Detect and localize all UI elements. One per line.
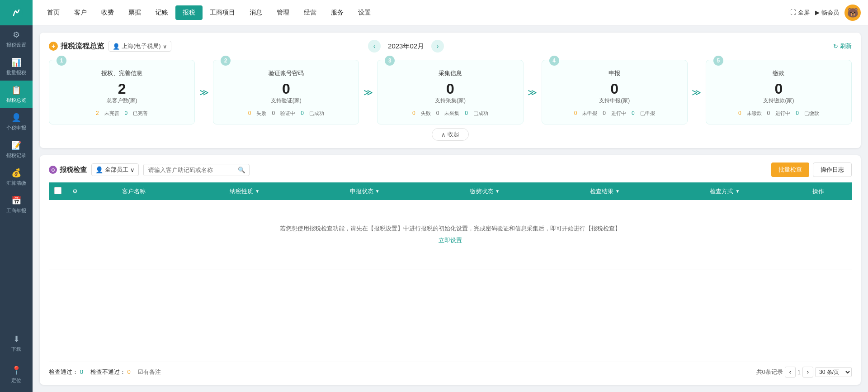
step-3-stat-0[interactable]: 0 — [412, 110, 415, 117]
sidebar-item-label: 汇算清缴 — [6, 180, 26, 186]
batch-check-button[interactable]: 批量检查 — [771, 163, 809, 177]
step-2-name: 验证账号密码 — [269, 69, 304, 77]
step-5-name: 缴款 — [773, 69, 784, 77]
search-button[interactable]: 🔍 — [234, 164, 249, 176]
filter-icon-result[interactable]: ▼ — [615, 189, 620, 194]
nav-bookkeeping[interactable]: 记账 — [148, 0, 175, 25]
step-5-stat-0-label: 未缴款 — [747, 110, 762, 117]
nav-right: ⛶ 全屏 ▶ 畅会员 🐻 — [790, 5, 861, 21]
nav-messages[interactable]: 消息 — [242, 0, 269, 25]
th-check-method: 检查方式 ▼ — [665, 182, 785, 200]
step-5-stat-0[interactable]: 0 — [738, 110, 741, 117]
staff-selector[interactable]: 👤 全部员工 ∨ — [91, 163, 139, 176]
step-4-stat-1: 0 — [603, 110, 606, 117]
step-2-stat-0-label: 失败 — [256, 110, 266, 117]
select-all-checkbox[interactable] — [54, 187, 61, 194]
collapse-up-icon: ∧ — [441, 131, 446, 138]
step-5-stat-2: 0 — [796, 110, 799, 117]
step-2-number: 2 — [221, 56, 231, 66]
nav-services[interactable]: 服务 — [324, 0, 351, 25]
fullscreen-icon: ⛶ — [790, 9, 796, 16]
check-pass-link[interactable]: 0 — [80, 368, 83, 375]
staff-icon: 👤 — [95, 166, 103, 173]
step-4-stat-1-label: 进行中 — [611, 110, 626, 117]
th-check-result: 检查结果 ▼ — [545, 182, 665, 200]
setup-link[interactable]: 立即设置 — [439, 237, 462, 244]
th-pay-status: 缴费状态 ▼ — [425, 182, 545, 200]
current-month: 2023年02月 — [388, 42, 424, 51]
step-3-stats: 0 失败 0 未采集 0 已成功 — [412, 110, 488, 117]
step-5-count: 0 — [775, 81, 783, 97]
page-size-select[interactable]: 30 条/页 50 条/页 100 条/页 — [815, 367, 852, 377]
sidebar-item-tax-records[interactable]: 📝 报税记录 — [0, 136, 33, 163]
nav-clients[interactable]: 客户 — [67, 0, 94, 25]
collapse-btn[interactable]: ∧ 收起 — [432, 128, 469, 141]
search-input[interactable] — [144, 164, 234, 176]
nav-management[interactable]: 管理 — [269, 0, 297, 25]
annual-report-icon: 📅 — [11, 196, 21, 206]
filter-icon-tax-type[interactable]: ▼ — [255, 189, 259, 194]
check-header: ⊙ 报税检查 👤 全部员工 ∨ 🔍 批量检查 操作日志 — [49, 163, 852, 177]
next-page-btn[interactable]: › — [802, 367, 813, 378]
step-1-name: 授权、完善信息 — [101, 69, 142, 77]
check-pass: 检查通过： 0 — [49, 368, 83, 376]
empty-state: 若您想使用报税检查功能，请先在【报税设置】中进行报税的初始化设置，完成密码验证和… — [54, 205, 846, 264]
nav-invoices[interactable]: 票据 — [121, 0, 148, 25]
month-navigation: ‹ 2023年02月 › — [368, 40, 444, 53]
nav-tax[interactable]: 报税 — [175, 5, 203, 20]
check-fail: 检查不通过： 0 — [90, 368, 131, 376]
staff-chevron-icon: ∨ — [130, 167, 135, 173]
nav-fees[interactable]: 收费 — [94, 0, 121, 25]
next-month-btn[interactable]: › — [431, 40, 444, 53]
table-footer: 检查通过： 0 检查不通过： 0 ☑有备注 共0条记录 ‹ 1 › 30 条/页… — [49, 362, 852, 378]
sidebar-item-download[interactable]: ⬇ 下载 — [0, 330, 33, 357]
prev-page-btn[interactable]: ‹ — [785, 367, 796, 378]
nav-business[interactable]: 工商项目 — [203, 0, 242, 25]
arrow-3: ≫ — [524, 60, 542, 124]
step-1-stat-1[interactable]: 0 — [125, 110, 128, 117]
sidebar-item-tax-settings[interactable]: ⚙ 报税设置 — [0, 25, 33, 53]
step-4-stat-0[interactable]: 0 — [574, 110, 577, 117]
location-selector[interactable]: 👤 上海(电子税局) ∨ — [108, 41, 171, 52]
settings-icon[interactable]: ⚙ — [72, 188, 78, 195]
chevron-down-icon: ∨ — [163, 43, 167, 50]
operation-log-button[interactable]: 操作日志 — [813, 163, 852, 177]
step-3-count: 0 — [446, 81, 454, 97]
step-4-card: 4 申报 0 支持申报(家) 0 未申报 0 进行中 0 已申报 — [542, 60, 688, 124]
step-2-unit: 支持验证(家) — [271, 97, 302, 105]
user-avatar[interactable]: 🐻 — [844, 5, 861, 21]
personal-tax-icon: 👤 — [11, 113, 21, 123]
nav-home[interactable]: 首页 — [40, 0, 67, 25]
sidebar-item-location[interactable]: 📍 定位 — [0, 361, 33, 388]
step-2-stat-1-label: 验证中 — [280, 110, 295, 117]
sidebar-item-annual-report[interactable]: 📅 工商年报 — [0, 191, 33, 219]
step-2-stat-2-label: 已成功 — [309, 110, 324, 117]
check-fail-link[interactable]: 0 — [127, 368, 130, 375]
fullscreen-btn[interactable]: ⛶ 全屏 — [790, 9, 810, 17]
nav-settings[interactable]: 设置 — [351, 0, 378, 25]
sidebar-item-personal-tax[interactable]: 👤 个税申报 — [0, 108, 33, 136]
prev-month-btn[interactable]: ‹ — [368, 40, 381, 53]
sidebar-item-batch-tax[interactable]: 📊 批量报税 — [0, 53, 33, 81]
sidebar-item-label: 报税设置 — [6, 42, 26, 48]
step-1-stat-0[interactable]: 2 — [96, 110, 99, 117]
filter-icon-method[interactable]: ▼ — [735, 189, 740, 194]
step-2-stat-1: 0 — [272, 110, 275, 117]
refresh-btn[interactable]: ↻ 刷新 — [833, 42, 852, 50]
sidebar-item-tax-overview[interactable]: 📋 报税总览 — [0, 81, 33, 108]
data-table: ⚙ 客户名称 纳税性质 ▼ — [49, 182, 852, 269]
th-client-name: 客户名称 — [83, 182, 184, 200]
step-2-stat-0[interactable]: 0 — [248, 110, 251, 117]
sidebar-item-label: 工商年报 — [6, 207, 26, 214]
step-3-name: 采集信息 — [439, 69, 462, 77]
sidebar-item-settlement[interactable]: 💰 汇算清缴 — [0, 163, 33, 191]
member-btn[interactable]: ▶ 畅会员 — [815, 9, 839, 17]
arrow-4: ≫ — [688, 60, 706, 124]
filter-icon-pay[interactable]: ▼ — [495, 189, 500, 194]
sidebar-item-label: 个税申报 — [6, 124, 26, 131]
nav-operations[interactable]: 经营 — [297, 0, 324, 25]
sidebar-item-label: 报税总览 — [6, 97, 26, 104]
step-4-stat-2: 0 — [632, 110, 635, 117]
step-5-stat-1: 0 — [767, 110, 770, 117]
filter-icon-declare[interactable]: ▼ — [375, 189, 380, 194]
